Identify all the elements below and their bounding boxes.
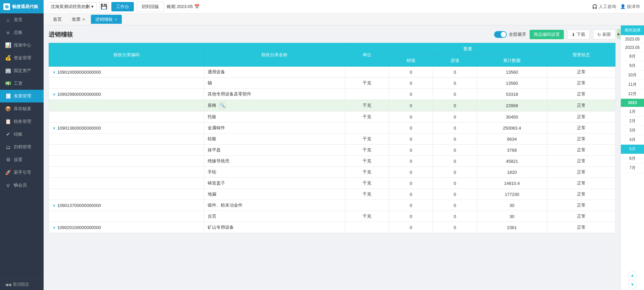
period-item[interactable]: 2023.05 <box>621 44 644 52</box>
table-row[interactable]: 手轮千克001820正常 <box>49 167 615 178</box>
right-period-panel: ▶ 期间选择 2023.052023.058月9月10月11月12月20231月… <box>621 25 644 290</box>
guide-icon: 🚀 <box>5 169 11 175</box>
period-item[interactable]: 7月 <box>621 163 644 173</box>
period-item[interactable]: 1月 <box>621 107 644 117</box>
group-toggle-icon: ▼ <box>52 226 56 230</box>
sidebar-item-tax[interactable]: 📋 税务管理 <box>0 115 44 128</box>
product-code-button[interactable]: 商品编码设置 <box>530 30 564 39</box>
table-row[interactable]: 合页千克0030正常 <box>49 211 615 222</box>
funds-icon: 💰 <box>5 55 11 61</box>
workbench-button[interactable]: 工作台 <box>111 2 134 11</box>
period-label: 账期 <box>167 4 175 10</box>
period-down-button[interactable]: ▼ <box>629 281 637 289</box>
toggle-switch[interactable] <box>494 31 507 38</box>
table-row[interactable]: 绝缘导线壳千克0045821正常 <box>49 156 615 167</box>
tab-close-invoice[interactable]: ✕ <box>82 17 85 22</box>
period-nav: ▲ ▼ <box>621 270 644 290</box>
sidebar-item-label: 发票管理 <box>14 93 31 99</box>
sidebar-item-reports[interactable]: 📊 报表中心 <box>0 39 44 52</box>
tax-code-cell <box>49 156 204 167</box>
sidebar-item-funds[interactable]: 💰 资金管理 <box>0 52 44 64</box>
period-item[interactable]: 2023.05 <box>621 35 644 44</box>
tax-code-cell: ▼109020100000000000 <box>49 222 204 233</box>
save-button[interactable]: 💾 <box>99 2 109 11</box>
refresh-button[interactable]: ↻ 刷新 <box>593 29 615 40</box>
settle-icon: ✔ <box>5 131 11 137</box>
tab-home[interactable]: 首页 <box>49 15 66 24</box>
tab-reconcile[interactable]: 进销稽核 ✕ <box>91 15 122 24</box>
period-item[interactable]: 3月 <box>621 126 644 135</box>
purchase-cell: 0 <box>433 211 477 222</box>
sidebar-item-archive[interactable]: 🗂 归档管理 <box>0 141 44 153</box>
panel-toggle-button[interactable]: ▶ <box>617 29 621 39</box>
search-icon[interactable]: 🔍 <box>219 102 226 109</box>
logo-text: 畅捷通易代账 <box>12 4 38 10</box>
table-row[interactable]: ▼109013600000000000金属铸件00250083.4正常 <box>49 123 615 134</box>
table-row[interactable]: 轴千克0013560正常 <box>49 78 615 89</box>
save-icon: 💾 <box>101 3 107 10</box>
sidebar-item-inventory[interactable]: 📦 库存核算 <box>0 102 44 115</box>
unit-cell: 千克 <box>345 134 389 145</box>
period-item[interactable]: 4月 <box>621 135 644 145</box>
table-row[interactable]: ▼109013700000000000锻件、粉末冶金件0030正常 <box>49 200 615 211</box>
period-item[interactable]: 6月 <box>621 154 644 163</box>
sales-cell: 0 <box>389 178 433 189</box>
settings-icon: ⚙ <box>5 157 11 163</box>
purchase-cell: 0 <box>433 89 477 100</box>
tax-name-cell: 轮毂 <box>204 134 345 145</box>
table-row[interactable]: ▼109029900000000000其他专用设备及零部件0053318正常 <box>49 89 615 100</box>
period-item[interactable]: 8月 <box>621 52 644 61</box>
sales-cell: 0 <box>389 134 433 145</box>
period-up-button[interactable]: ▲ <box>629 271 637 279</box>
table-row[interactable]: ▼109010000000000000通用设备0013560正常 <box>49 67 615 78</box>
tab-invoice[interactable]: 发票 ✕ <box>67 15 90 24</box>
expand-all-label: 全部展开 <box>509 31 526 38</box>
sidebar-item-settle[interactable]: ✔ 结账 <box>0 128 44 141</box>
period-item[interactable]: 9月 <box>621 61 644 71</box>
sidebar-item-member[interactable]: V 畅会员 <box>0 179 44 192</box>
table-row[interactable]: 抹平盘千克003768正常 <box>49 145 615 156</box>
period-item[interactable]: 5月 <box>621 145 644 154</box>
sidebar-item-invoice[interactable]: 🧾 发票管理 <box>0 90 44 102</box>
sidebar-item-salary[interactable]: 💵 工资 <box>0 77 44 90</box>
page-header: 进销稽核 全部展开 商品编码设置 ⬇ 下载 ↻ 刷新 <box>49 29 615 40</box>
sidebar-item-home[interactable]: ⌂ 首页 <box>0 13 44 26</box>
unpin-button[interactable]: ◀◀ 取消固定 <box>0 279 44 290</box>
total-cell: 6634 <box>477 134 547 145</box>
tax-code-cell <box>49 112 204 123</box>
expand-all-toggle[interactable]: 全部展开 <box>494 31 526 38</box>
sales-cell: 0 <box>389 156 433 167</box>
table-row[interactable]: 座椅 🔍千克0022868正常 <box>49 100 615 112</box>
table-row[interactable]: ▼109020100000000000矿山专用设备002361正常 <box>49 222 615 233</box>
group-toggle-icon: ▼ <box>52 70 56 74</box>
period-item[interactable]: 10月 <box>621 71 644 80</box>
switch-version-button[interactable]: 切到旧版 <box>137 2 164 12</box>
period-item[interactable]: 11月 <box>621 80 644 89</box>
company-selector[interactable]: 沈海英测试经营勿删 ▾ <box>48 2 97 11</box>
purchase-cell: 0 <box>433 156 477 167</box>
period-item[interactable]: 2023 <box>621 99 644 107</box>
tab-close-reconcile[interactable]: ✕ <box>114 17 117 22</box>
sidebar-item-assets[interactable]: 🏢 固定资产 <box>0 64 44 77</box>
table-row[interactable]: 托板千克0030450正常 <box>49 112 615 123</box>
user-profile[interactable]: 👤 徐泽华 <box>620 4 640 10</box>
total-cell: 13560 <box>477 78 547 89</box>
support-button[interactable]: 🎧 人工咨询 <box>592 4 616 10</box>
download-button[interactable]: ⬇ 下载 <box>567 29 590 40</box>
period-item[interactable]: 12月 <box>621 89 644 99</box>
period-item[interactable]: 2月 <box>621 117 644 126</box>
table-row[interactable]: 地漏千克00177230正常 <box>49 189 615 200</box>
table-row[interactable]: 铸造盖子千克0014810.4正常 <box>49 178 615 189</box>
sidebar-item-settings[interactable]: ⚙ 设置 <box>0 153 44 166</box>
sidebar-item-guide[interactable]: 🚀 新手引导 <box>0 166 44 179</box>
calendar-icon: 📅 <box>194 4 200 9</box>
tax-name-cell: 合页 <box>204 211 345 222</box>
table-row[interactable]: 轮毂千克006634正常 <box>49 134 615 145</box>
sidebar-item-ledger[interactable]: ≡ 总账 <box>0 26 44 39</box>
sidebar-item-label: 结账 <box>14 131 22 137</box>
inventory-icon: 📦 <box>5 106 11 112</box>
warning-cell: 正常 <box>547 178 615 189</box>
tab-label: 进销稽核 <box>95 16 113 22</box>
tax-name-cell: 通用设备 <box>204 67 345 78</box>
refresh-label: 刷新 <box>602 31 611 38</box>
